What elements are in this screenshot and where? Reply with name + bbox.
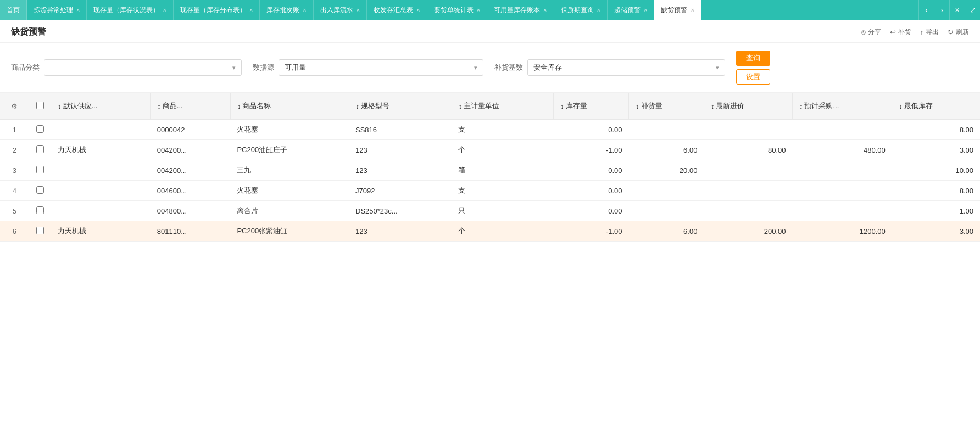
tab-close-icon[interactable]: × <box>357 7 360 13</box>
th-goods-name: ↕ 商品名称 <box>230 93 349 120</box>
stock-cell: -1.00 <box>554 221 629 242</box>
share-button[interactable]: ⎋ 分享 <box>861 27 881 37</box>
spec-cell: DS250*23c... <box>349 201 452 221</box>
datasource-filter-group: 数据源 可用量 ▾ <box>253 59 483 76</box>
category-select[interactable]: ▾ <box>44 59 242 76</box>
goods-name-cell: 火花塞 <box>230 120 349 140</box>
replenish-cell: 6.00 <box>629 221 704 242</box>
tab-close-icon[interactable]: × <box>76 7 80 13</box>
th-unit-sort[interactable]: ↕ 主计量单位 <box>459 101 500 111</box>
th-min-stock-sort[interactable]: ↕ 最低库存 <box>899 101 933 111</box>
th-replenish-sort[interactable]: ↕ 补货量 <box>636 101 662 111</box>
export-button[interactable]: ↑ 导出 <box>920 27 939 37</box>
th-supplier-sort[interactable]: ↕ 默认供应... <box>58 101 97 111</box>
spec-cell: 123 <box>349 140 452 160</box>
th-gear: ⚙ <box>0 93 29 120</box>
tab-item-home[interactable]: 首页 <box>0 0 27 20</box>
th-stock-sort[interactable]: ↕ 库存量 <box>560 101 587 111</box>
tab-item-inventory-status[interactable]: 现存量（库存状况表）× <box>87 0 173 20</box>
table-header: ⚙ ↕ 默认供应... ↕ 商品... ↕ 商品名称 ↕ 规格型号 ↕ 主计量单… <box>0 93 980 120</box>
th-spec-sort[interactable]: ↕ 规格型号 <box>356 101 390 111</box>
row-checkbox[interactable] <box>36 227 44 234</box>
datasource-dropdown-icon: ▾ <box>474 64 477 71</box>
th-stock-label: 库存量 <box>566 101 587 111</box>
th-goods-code-sort[interactable]: ↕ 商品... <box>157 101 182 111</box>
tab-label: 保质期查询 <box>561 5 594 15</box>
datasource-select[interactable]: 可用量 ▾ <box>279 59 483 76</box>
th-supplier: ↕ 默认供应... <box>51 93 151 120</box>
th-min-stock-label: 最低库存 <box>904 101 933 111</box>
tab-close-icon[interactable]: × <box>691 7 694 13</box>
tab-close-icon[interactable]: × <box>249 7 253 13</box>
tab-item-available-ledger[interactable]: 可用量库存账本× <box>487 0 554 20</box>
tab-next-button[interactable]: › <box>934 0 949 20</box>
query-button[interactable]: 查询 <box>736 51 770 66</box>
replenish-base-dropdown-icon: ▾ <box>716 64 719 71</box>
tab-close-all-button[interactable]: × <box>949 0 965 20</box>
setting-button[interactable]: 设置 <box>736 69 770 85</box>
tab-item-inout-flow[interactable]: 出入库流水× <box>314 0 367 20</box>
tab-close-icon[interactable]: × <box>163 7 166 13</box>
tab-item-req-stats[interactable]: 要货单统计表× <box>427 0 487 20</box>
th-goods-name-sort[interactable]: ↕ 商品名称 <box>237 101 271 111</box>
filter-action-buttons: 查询 设置 <box>736 51 770 85</box>
row-checkbox[interactable] <box>36 145 44 153</box>
th-latest-price-sort[interactable]: ↕ 最新进价 <box>711 101 745 111</box>
export-label: 导出 <box>926 27 939 37</box>
table-row: 4004600...火花塞J7092支0.008.00 <box>0 181 980 201</box>
min-stock-cell: 3.00 <box>892 221 980 242</box>
latest-price-cell <box>704 160 792 181</box>
tab-item-expiry-query[interactable]: 保质期查询× <box>554 0 608 20</box>
tab-item-batch-account[interactable]: 库存批次账× <box>260 0 313 20</box>
supplier-cell <box>51 120 151 140</box>
row-checkbox[interactable] <box>36 206 44 214</box>
tab-item-overstock-warn[interactable]: 超储预警× <box>608 0 654 20</box>
row-number: 5 <box>0 201 29 221</box>
refresh-label: 刷新 <box>956 27 969 37</box>
tab-label: 缺货预警 <box>661 5 687 15</box>
row-number: 3 <box>0 160 29 181</box>
replenish-base-select-value: 安全库存 <box>533 63 562 72</box>
row-checkbox[interactable] <box>36 125 44 133</box>
row-number: 1 <box>0 120 29 140</box>
tab-item-abnormal[interactable]: 拣货异常处理× <box>27 0 87 20</box>
share-label: 分享 <box>868 27 881 37</box>
replenish-button[interactable]: ↩ 补货 <box>890 27 911 37</box>
th-est-purchase-label: 预计采购... <box>804 101 839 111</box>
th-est-purchase-sort[interactable]: ↕ 预计采购... <box>799 101 839 111</box>
th-latest-price: ↕ 最新进价 <box>704 93 792 120</box>
replenish-base-select[interactable]: 安全库存 ▾ <box>527 59 725 76</box>
th-supplier-label: 默认供应... <box>63 101 98 111</box>
tab-close-icon[interactable]: × <box>597 7 600 13</box>
select-all-checkbox[interactable] <box>36 102 44 109</box>
table-row: 5004800...离合片DS250*23c...只0.001.00 <box>0 201 980 221</box>
refresh-button[interactable]: ↻ 刷新 <box>948 27 969 37</box>
replenish-cell: 6.00 <box>629 140 704 160</box>
category-label: 商品分类 <box>11 63 40 72</box>
tab-close-icon[interactable]: × <box>543 7 547 13</box>
tab-bar: 首页拣货异常处理×现存量（库存状况表）×现存量（库存分布表）×库存批次账×出入库… <box>0 0 980 20</box>
unit-cell: 个 <box>452 221 553 242</box>
tab-close-icon[interactable]: × <box>303 7 306 13</box>
tab-item-receipt-summary[interactable]: 收发存汇总表× <box>367 0 427 20</box>
min-stock-cell: 10.00 <box>892 160 980 181</box>
tab-close-icon[interactable]: × <box>644 7 647 13</box>
th-stock: ↕ 库存量 <box>554 93 629 120</box>
min-stock-cell: 1.00 <box>892 201 980 221</box>
row-checkbox[interactable] <box>36 166 44 173</box>
tab-label: 出入库流水 <box>320 5 353 15</box>
th-goods-code-label: 商品... <box>163 101 183 111</box>
replenish-icon: ↩ <box>890 28 896 36</box>
column-settings-button[interactable]: ⚙ <box>7 98 22 114</box>
tab-close-icon[interactable]: × <box>477 7 480 13</box>
tab-item-shortage-warn[interactable]: 缺货预警× <box>654 0 701 20</box>
tab-label: 拣货异常处理 <box>34 5 73 15</box>
row-checkbox[interactable] <box>36 186 44 194</box>
tab-fullscreen-button[interactable]: ⤢ <box>965 0 980 20</box>
tab-item-inventory-dist[interactable]: 现存量（库存分布表）× <box>174 0 260 20</box>
replenish-base-label: 补货基数 <box>494 63 523 72</box>
stock-cell: 0.00 <box>554 181 629 201</box>
tab-prev-button[interactable]: ‹ <box>918 0 934 20</box>
replenish-cell <box>629 181 704 201</box>
tab-close-icon[interactable]: × <box>416 7 420 13</box>
